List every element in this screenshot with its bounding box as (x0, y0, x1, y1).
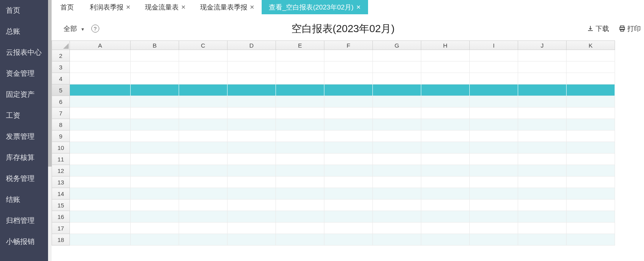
cell[interactable] (179, 177, 228, 188)
cell[interactable] (179, 130, 228, 142)
sidebar-item-tax[interactable]: 税务管理 (0, 168, 48, 189)
cell[interactable] (373, 61, 421, 73)
cell[interactable] (567, 223, 615, 234)
cell[interactable] (518, 84, 567, 96)
cell[interactable] (131, 142, 179, 154)
column-header[interactable]: C (179, 40, 228, 50)
cell[interactable] (276, 177, 324, 188)
sidebar-item-funds[interactable]: 资金管理 (0, 63, 48, 84)
cell[interactable] (373, 177, 421, 188)
cell[interactable] (567, 234, 615, 246)
cell[interactable] (470, 188, 518, 200)
cell[interactable] (276, 73, 324, 84)
cell[interactable] (470, 154, 518, 165)
cell[interactable] (228, 119, 276, 130)
cell[interactable] (179, 142, 228, 154)
cell[interactable] (276, 142, 324, 154)
row-header[interactable]: 3 (52, 61, 70, 73)
cell[interactable] (324, 84, 373, 96)
cell[interactable] (70, 177, 131, 188)
cell[interactable] (228, 188, 276, 200)
cell[interactable] (324, 107, 373, 119)
cell[interactable] (421, 165, 470, 177)
cell[interactable] (179, 107, 228, 119)
cell[interactable] (70, 234, 131, 246)
cell[interactable] (421, 223, 470, 234)
sidebar-item-home[interactable]: 首页 (0, 0, 48, 21)
cell[interactable] (470, 84, 518, 96)
cell[interactable] (131, 200, 179, 211)
sidebar-item-expense[interactable]: 小畅报销 (0, 231, 48, 252)
cell[interactable] (276, 84, 324, 96)
cell[interactable] (421, 130, 470, 142)
cell[interactable] (567, 84, 615, 96)
cell[interactable] (228, 96, 276, 107)
cell[interactable] (470, 119, 518, 130)
cell[interactable] (70, 165, 131, 177)
cell[interactable] (373, 154, 421, 165)
cell[interactable] (470, 107, 518, 119)
column-header[interactable]: H (421, 40, 470, 50)
cell[interactable] (276, 211, 324, 223)
cell[interactable] (518, 61, 567, 73)
cell[interactable] (421, 73, 470, 84)
cell[interactable] (373, 107, 421, 119)
cell[interactable] (567, 107, 615, 119)
close-icon[interactable]: ✕ (181, 4, 186, 10)
cell[interactable] (518, 73, 567, 84)
cell[interactable] (421, 50, 470, 61)
cell[interactable] (179, 200, 228, 211)
cell[interactable] (324, 73, 373, 84)
row-header[interactable]: 13 (52, 177, 70, 188)
cell[interactable] (518, 50, 567, 61)
cell[interactable] (373, 223, 421, 234)
cell[interactable] (373, 96, 421, 107)
cell[interactable] (470, 200, 518, 211)
row-header[interactable]: 7 (52, 107, 70, 119)
print-button[interactable]: 打印 (619, 24, 641, 33)
cell[interactable] (70, 84, 131, 96)
cell[interactable] (373, 73, 421, 84)
cell[interactable] (470, 61, 518, 73)
cell[interactable] (470, 73, 518, 84)
cell[interactable] (567, 177, 615, 188)
cell[interactable] (179, 211, 228, 223)
row-header[interactable]: 17 (52, 223, 70, 234)
cell[interactable] (228, 223, 276, 234)
cell[interactable] (518, 165, 567, 177)
spreadsheet[interactable]: ABCDEFGHIJK23456789101112131415161718 (52, 40, 644, 261)
cell[interactable] (324, 142, 373, 154)
cell[interactable] (470, 211, 518, 223)
cell[interactable] (179, 154, 228, 165)
row-header[interactable]: 4 (52, 73, 70, 84)
cell[interactable] (276, 200, 324, 211)
close-icon[interactable]: ✕ (356, 4, 361, 10)
sidebar-item-ledger[interactable]: 总账 (0, 21, 48, 42)
cell[interactable] (373, 50, 421, 61)
cell[interactable] (131, 177, 179, 188)
cell[interactable] (131, 223, 179, 234)
tab-cashflow-quarterly[interactable]: 现金流量表季报 ✕ (193, 0, 262, 14)
cell[interactable] (324, 211, 373, 223)
cell[interactable] (324, 200, 373, 211)
sidebar-scrollbar-thumb[interactable] (48, 0, 52, 167)
row-header[interactable]: 16 (52, 211, 70, 223)
cell[interactable] (567, 119, 615, 130)
cell[interactable] (470, 142, 518, 154)
cell[interactable] (228, 50, 276, 61)
sidebar-scrollbar[interactable] (48, 0, 52, 261)
cell[interactable] (324, 165, 373, 177)
cell[interactable] (228, 234, 276, 246)
cell[interactable] (518, 234, 567, 246)
cell[interactable] (228, 211, 276, 223)
select-all-corner[interactable] (52, 40, 70, 50)
cell[interactable] (324, 177, 373, 188)
sidebar-item-invoice[interactable]: 发票管理 (0, 126, 48, 147)
cell[interactable] (324, 234, 373, 246)
cell[interactable] (421, 142, 470, 154)
cell[interactable] (70, 154, 131, 165)
cell[interactable] (567, 73, 615, 84)
cell[interactable] (470, 234, 518, 246)
cell[interactable] (131, 211, 179, 223)
cell[interactable] (518, 96, 567, 107)
